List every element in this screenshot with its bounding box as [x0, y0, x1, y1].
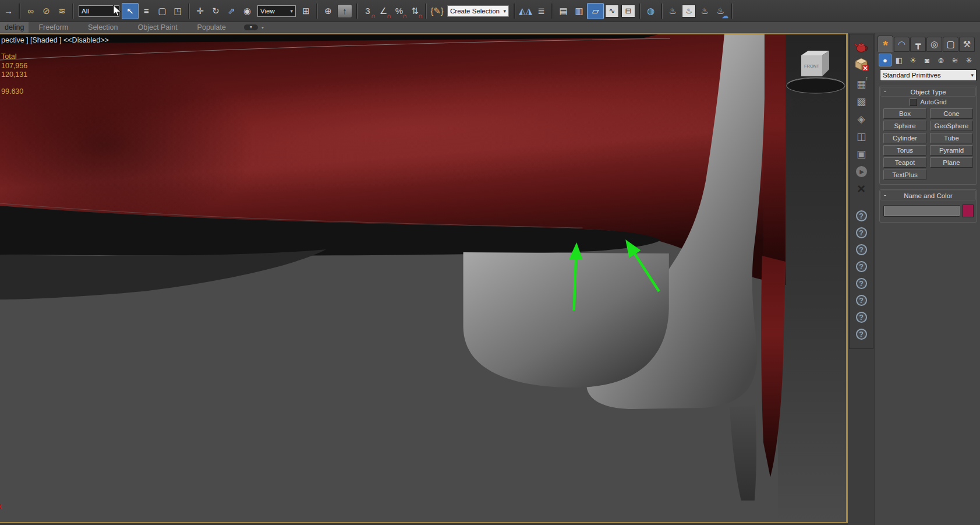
toolbar-separator — [731, 3, 733, 19]
keyboard-override-toggle-icon[interactable]: ↑ — [337, 4, 352, 18]
flyout-arrow-icon[interactable]: → — [1, 3, 16, 19]
help-icon[interactable]: ? — [856, 261, 867, 272]
rendered-frame-window-icon[interactable]: ♨ — [682, 5, 696, 17]
unlink-selection-icon[interactable]: ⊘ — [38, 3, 54, 19]
checker-region-icon[interactable]: ▩ — [853, 93, 869, 110]
mouse-cursor — [113, 5, 122, 17]
box-button[interactable]: Box — [883, 108, 926, 119]
category-shapes[interactable]: ◧ — [893, 54, 905, 66]
tab-create[interactable]: * — [878, 36, 893, 52]
tab-motion[interactable]: ◎ — [926, 37, 942, 52]
help-icon[interactable]: ? — [856, 278, 867, 289]
layer-explorer-icon[interactable]: ▥ — [571, 3, 587, 19]
named-selection-sets-icon[interactable]: {✎} — [429, 3, 445, 19]
select-and-move-icon[interactable]: ✛ — [192, 3, 208, 19]
align-icon[interactable]: ≣ — [533, 3, 549, 19]
category-cameras[interactable]: ◙ — [921, 54, 933, 66]
select-and-place-icon[interactable]: ◉ — [239, 3, 255, 19]
curve-editor-icon[interactable]: ∿ — [605, 5, 619, 17]
rectangular-selection-region-icon[interactable]: ▢ — [154, 3, 170, 19]
ribbon-minimize-button[interactable]: ▾ — [244, 24, 258, 30]
spinner-snap-icon[interactable]: ⇅ ∩ — [407, 3, 423, 19]
select-by-name-icon[interactable]: ≡ — [139, 3, 154, 19]
angle-snap-icon[interactable]: ∠ ∩ — [376, 3, 391, 19]
help-icon[interactable]: ? — [856, 244, 867, 255]
select-and-link-icon[interactable]: ∞ — [23, 3, 38, 19]
teapot-button[interactable]: Teapot — [883, 157, 926, 168]
help-icon[interactable]: ? — [856, 329, 867, 340]
bind-to-space-warp-icon[interactable]: ≋ — [54, 3, 70, 19]
category-helpers[interactable]: ⊚ — [935, 54, 947, 66]
cone-button[interactable]: Cone — [930, 108, 973, 119]
viewport-statistics: Total 107,956 120,131 99.630 — [1, 52, 27, 96]
select-and-rotate-icon[interactable]: ↻ — [208, 3, 224, 19]
viewport-label[interactable]: pective ] [Shaded ] <<Disabled>> — [1, 36, 109, 44]
toolbar-separator — [72, 3, 74, 19]
help-icon[interactable]: ? — [856, 295, 867, 306]
help-icon[interactable]: ? — [856, 210, 867, 221]
toolbar-separator — [639, 3, 641, 19]
schematic-view-icon[interactable]: ⊟ — [621, 5, 635, 17]
tab-modify[interactable]: ◠ — [894, 37, 910, 52]
render-in-cloud-icon[interactable]: ♨ ☁ — [713, 3, 728, 19]
object-type-rollout-header[interactable]: - Object Type — [880, 87, 976, 97]
sphere-button[interactable]: Sphere — [883, 121, 926, 131]
snaps-toggle-3d-icon[interactable]: 3 ∩ — [360, 3, 376, 19]
material-editor-icon[interactable]: ◍ — [643, 3, 659, 19]
select-and-manipulate-icon[interactable]: ⊕ — [320, 3, 336, 19]
object-name-field[interactable] — [883, 205, 960, 217]
ribbon-tab-modeling[interactable]: deling — [0, 22, 29, 33]
perspective-viewport[interactable]: FRONT X pective ] [Shaded ] <<Disabled>>… — [0, 33, 848, 523]
category-systems[interactable]: ✳ — [963, 54, 975, 66]
select-and-scale-icon[interactable]: ⇗ — [224, 3, 239, 19]
window-crossing-toggle-icon[interactable]: ◳ — [170, 3, 186, 19]
scene-explorer-icon[interactable]: ▤ — [556, 3, 571, 19]
select-object-button[interactable]: ↖ — [122, 3, 139, 19]
collapse-icon[interactable]: - — [884, 191, 886, 198]
ribbon-tab-selection[interactable]: Selection — [78, 22, 128, 33]
toggle-ribbon-icon[interactable]: ▱ — [587, 3, 604, 19]
object-color-swatch[interactable] — [963, 205, 974, 217]
ribbon-tab-freeform[interactable]: Freeform — [29, 22, 78, 33]
close-icon[interactable]: × — [853, 180, 869, 198]
cylinder-button[interactable]: Cylinder — [883, 133, 926, 143]
tab-display[interactable]: ▢ — [943, 37, 958, 52]
play-icon[interactable]: ▶ — [853, 163, 869, 180]
stats-fps: 99.630 — [1, 87, 27, 97]
ribbon-tab-object-paint[interactable]: Object Paint — [128, 22, 187, 33]
teapot-red-icon[interactable] — [854, 40, 869, 53]
create-selection-set-dropdown[interactable]: Create Selection Se ▾ — [447, 5, 509, 17]
help-icon[interactable]: ? — [856, 227, 867, 238]
collapse-icon[interactable]: - — [884, 87, 886, 94]
render-production-teapot-icon[interactable]: ♨ — [697, 3, 713, 19]
textplus-button[interactable]: TextPlus — [883, 170, 926, 180]
category-lights[interactable]: ☀ — [907, 54, 919, 66]
help-icon[interactable]: ? — [856, 312, 867, 323]
reference-coordinate-dropdown[interactable]: View ▾ — [257, 5, 296, 17]
grid-up-icon[interactable]: ▦ ↑ — [853, 75, 869, 93]
autogrid-checkbox[interactable] — [910, 98, 917, 106]
command-panel: * ◠ ┳ ◎ ▢ ⚒ ● — [875, 33, 980, 525]
plane-button[interactable]: Plane — [930, 157, 973, 168]
tab-utilities[interactable]: ⚒ — [959, 37, 975, 52]
layers-move-icon[interactable]: ◈ — [853, 110, 869, 128]
lattice-cube-icon[interactable]: ▣ — [853, 145, 869, 163]
ribbon-tab-populate[interactable]: Populate — [187, 22, 236, 33]
torus-button[interactable]: Torus — [883, 145, 926, 156]
primitives-dropdown[interactable]: Standard Primitives ▾ — [880, 69, 977, 81]
use-pivot-point-center-icon[interactable]: ⊞ — [298, 3, 314, 19]
split-panels-icon[interactable]: ◫ — [853, 128, 869, 145]
name-color-rollout-header[interactable]: - Name and Color — [880, 191, 976, 200]
mirror-icon[interactable]: ◭◮ — [518, 3, 533, 19]
viewport-scene: FRONT X — [0, 34, 846, 522]
box-cancel-icon[interactable] — [854, 57, 869, 72]
tab-hierarchy[interactable]: ┳ — [910, 37, 926, 52]
ribbon-flyout-caret-icon[interactable]: ▾ — [261, 25, 264, 30]
category-geometry[interactable]: ● — [879, 54, 891, 66]
pyramid-button[interactable]: Pyramid — [930, 145, 973, 156]
geosphere-button[interactable]: GeoSphere — [930, 121, 973, 131]
percent-snap-icon[interactable]: % ∩ — [391, 3, 407, 19]
tube-button[interactable]: Tube — [930, 133, 973, 143]
category-space-warps[interactable]: ≋ — [949, 54, 961, 66]
render-setup-teapot-icon[interactable]: ♨ — [665, 3, 681, 19]
